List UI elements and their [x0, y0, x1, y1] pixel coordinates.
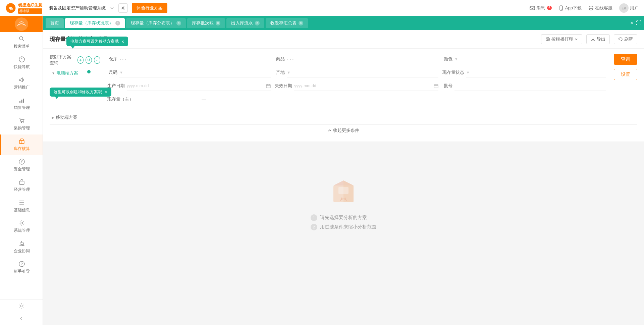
message-item[interactable]: 消息 6	[530, 5, 552, 11]
svg-text:¥: ¥	[20, 160, 23, 164]
megaphone-icon	[18, 76, 25, 83]
compass-icon	[18, 56, 25, 63]
filter-field-color: 颜色 ▼	[442, 54, 606, 64]
sidebar-item-sales[interactable]: 销售管理	[0, 94, 43, 114]
sidebar-item-marketing[interactable]: 营销推广	[0, 73, 43, 94]
stock-qty-to[interactable]	[208, 94, 272, 104]
filter-field-expire-date: 失效日期 yyyy-mm-dd	[275, 81, 438, 91]
sidebar-item-system[interactable]: 系统管理	[0, 216, 43, 237]
empty-state: 1 请先选择要分析的方案 2 用过滤条件来缩小分析范围	[43, 142, 644, 257]
filter-field-prod-date: 生产日期 yyyy-mm-dd	[107, 81, 271, 91]
settings-icon	[18, 220, 25, 226]
filter-field-warehouse: 仓库 ···	[107, 54, 271, 64]
query-btn[interactable]: 查询	[614, 54, 637, 65]
filter-arrow-btn[interactable]: ←	[94, 56, 100, 64]
print-template-btn[interactable]: 按模板打印	[541, 34, 582, 44]
collapse-bar[interactable]: 收起更多条件	[50, 124, 637, 136]
refresh-btn[interactable]: 刷新	[614, 34, 637, 44]
message-badge: 6	[547, 6, 552, 10]
filter-header-label: 按以下方案查询	[50, 54, 75, 66]
tab-close-in-out-flow[interactable]: ×	[255, 21, 260, 25]
main-area: 搜索菜单 快捷导航 营销推广 销售管理 采购管理 库存核算	[0, 16, 644, 325]
svg-point-29	[20, 305, 22, 307]
tab-collect-summary[interactable]: 收发存汇总表 ×	[266, 18, 308, 28]
tab-close-all-icon[interactable]: ×	[630, 20, 633, 26]
filter-area: 按以下方案查询 + ↺ ← 电脑方案可设为移动方案哦 ×	[43, 49, 644, 142]
filter-refresh-btn[interactable]: ↺	[86, 56, 92, 64]
tab-close-collect-summary[interactable]: ×	[299, 21, 303, 25]
tab-in-out-flow[interactable]: 出入库流水 ×	[226, 18, 264, 28]
app-container: 畅 畅捷通好生意 标准版 装备及固定资产辅助管理系统 体验行业方案 消息 6 A…	[0, 0, 644, 325]
warehouse-input[interactable]: ···	[119, 54, 271, 64]
chevron-up-icon	[328, 128, 332, 132]
trial-btn[interactable]: 体验行业方案	[132, 3, 167, 13]
sidebar-item-quick-nav[interactable]: 快捷导航	[0, 53, 43, 73]
svg-rect-21	[19, 181, 24, 184]
svg-text:畅: 畅	[9, 6, 13, 10]
search-icon	[18, 36, 25, 42]
filter-add-btn[interactable]: +	[77, 56, 84, 64]
sidebar-item-search-menu[interactable]: 搜索菜单	[0, 32, 43, 53]
money-icon: ¥	[18, 158, 25, 165]
sidebar-collapse-btn[interactable]	[0, 312, 43, 325]
origin-select[interactable]: ▼	[287, 67, 438, 77]
batch-no-input[interactable]	[454, 81, 606, 91]
sidebar-item-guide[interactable]: ? 新手引导	[0, 257, 43, 278]
export-btn[interactable]: 导出	[586, 34, 610, 44]
scheme-tooltip-arrow	[55, 97, 58, 99]
sidebar-item-finance[interactable]: ¥ 资金管理	[0, 155, 43, 175]
filter-field-batch-no: 批号	[442, 81, 606, 91]
tab-inventory-dist[interactable]: 现存量（库存分布表） ×	[126, 18, 186, 28]
stock-qty-range: —	[136, 94, 272, 104]
tab-home[interactable]: 首页	[46, 18, 64, 28]
svg-point-6	[589, 6, 593, 10]
filter-fields: 仓库 ··· 商品 ···	[107, 54, 606, 108]
tab-close-batch-account[interactable]: ×	[216, 21, 220, 25]
tab-batch-account[interactable]: 库存批次账 ×	[187, 18, 225, 28]
sidebar-settings-btn[interactable]	[0, 300, 43, 312]
export-icon	[591, 37, 595, 42]
system-dropdown[interactable]	[110, 6, 114, 10]
tab-close-inventory-status[interactable]: ×	[115, 21, 120, 25]
product-input[interactable]: ···	[287, 54, 438, 64]
prod-date-input[interactable]: yyyy-mm-dd	[127, 81, 271, 91]
app-download-item[interactable]: App下载	[558, 5, 582, 11]
print-icon	[545, 37, 550, 42]
tooltip-close-btn[interactable]: ×	[121, 39, 124, 44]
headset-icon	[588, 5, 594, 11]
logo-text: 畅捷通好生意 标准版	[18, 2, 42, 14]
chevron-down-print-icon	[575, 38, 578, 41]
tab-fullscreen-icon[interactable]: ⛶	[636, 20, 641, 26]
expire-date-input[interactable]: yyyy-mm-dd	[294, 81, 438, 91]
size-select[interactable]: ▼	[119, 67, 271, 77]
sidebar-item-basic-info[interactable]: 基础信息	[0, 196, 43, 216]
top-bar: 畅 畅捷通好生意 标准版 装备及固定资产辅助管理系统 体验行业方案 消息 6 A…	[0, 0, 644, 16]
user-item[interactable]: Ea 用户	[619, 3, 639, 13]
sidebar-item-operations[interactable]: 经营管理	[0, 175, 43, 196]
online-service-item[interactable]: 在线客服	[588, 5, 612, 11]
refresh-icon	[618, 37, 623, 42]
scheme-pc-item[interactable]: ▼ 电脑端方案	[50, 69, 100, 77]
color-select[interactable]: ▼	[454, 54, 606, 64]
chart-bar-icon	[18, 97, 25, 104]
scheme-mobile-item[interactable]: ▶ 移动端方案	[50, 113, 100, 122]
calendar-icon-1	[266, 84, 271, 88]
sidebar-item-inventory[interactable]: 库存核算	[0, 134, 43, 155]
scheme-tooltip-close[interactable]: ×	[105, 90, 107, 95]
set-btn[interactable]: 设置	[614, 69, 637, 80]
sidebar-item-enterprise[interactable]: 企业协同	[0, 237, 43, 257]
sidebar-item-purchase[interactable]: 采购管理	[0, 114, 43, 134]
action-buttons: 查询 设置	[614, 54, 637, 80]
stock-status-select[interactable]: ▼	[466, 67, 606, 77]
svg-point-25	[21, 222, 23, 224]
tab-close-inventory-dist[interactable]: ×	[176, 21, 181, 25]
message-icon	[530, 5, 535, 11]
gear-button[interactable]	[118, 3, 128, 13]
svg-line-9	[22, 40, 24, 41]
tooltip-arrow	[71, 46, 74, 49]
sidebar: 搜索菜单 快捷导航 营销推广 销售管理 采购管理 库存核算	[0, 16, 43, 325]
svg-rect-42	[338, 187, 348, 194]
tab-inventory-status[interactable]: 现存量（库存状况表） ×	[65, 18, 125, 28]
stock-qty-from[interactable]	[136, 94, 200, 104]
filter-field-stock-status: 现存量状态 ▼	[442, 67, 606, 77]
